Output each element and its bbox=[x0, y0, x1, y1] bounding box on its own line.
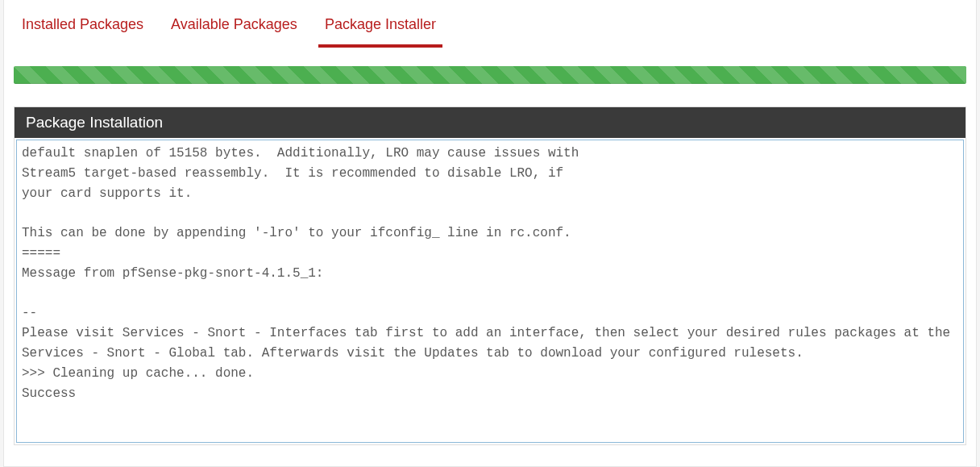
tab-available-packages[interactable]: Available Packages bbox=[168, 10, 301, 48]
tab-label: Available Packages bbox=[171, 16, 297, 32]
tab-installed-packages[interactable]: Installed Packages bbox=[19, 10, 147, 48]
tab-label: Package Installer bbox=[325, 16, 436, 32]
page-container: Installed Packages Available Packages Pa… bbox=[3, 0, 977, 467]
progress-bar bbox=[14, 66, 966, 84]
tab-bar: Installed Packages Available Packages Pa… bbox=[4, 0, 976, 48]
progress-container bbox=[14, 66, 966, 84]
panel-body bbox=[15, 138, 965, 444]
tab-label: Installed Packages bbox=[22, 16, 143, 32]
install-log-output[interactable] bbox=[16, 140, 964, 443]
tab-package-installer[interactable]: Package Installer bbox=[322, 10, 439, 48]
panel-title: Package Installation bbox=[15, 107, 965, 138]
panel-package-installation: Package Installation bbox=[14, 106, 966, 445]
